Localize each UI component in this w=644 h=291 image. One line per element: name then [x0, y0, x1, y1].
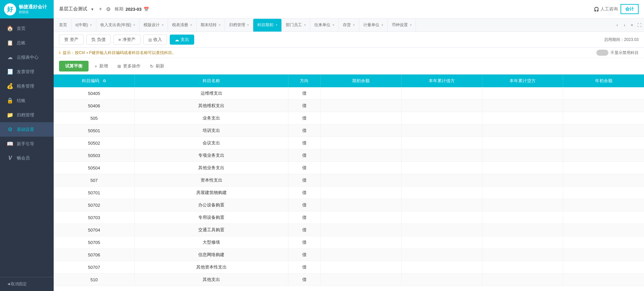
sidebar-item-report[interactable]: ☁ 云报表中心 [0, 50, 54, 64]
tab-unit[interactable]: 计量单位 × [359, 19, 388, 32]
tab-tax[interactable]: 税表清册 × [168, 19, 197, 32]
tab-subject-init-close[interactable]: × [275, 23, 277, 27]
table-row[interactable]: 50705 大型修缮 借 [54, 236, 644, 249]
table-row[interactable]: 50703 专用设备购置 借 [54, 211, 644, 224]
kuaiji-button[interactable]: 会计 [621, 4, 639, 14]
tab-currency[interactable]: 币种设置 × [388, 19, 416, 32]
tab-income-report[interactable]: 收入支出表(年报) × [96, 19, 140, 32]
dropdown-icon[interactable]: ▾ [91, 7, 94, 12]
tab-currency-close[interactable]: × [410, 23, 412, 27]
table-row[interactable]: 50501 培训支出 借 [54, 125, 644, 137]
cell-code: 50705 [54, 236, 135, 249]
net-asset-icon: ≡ [118, 37, 121, 42]
sidebar-item-tax[interactable]: 💰 税务管理 [0, 79, 54, 93]
main-area: 基层工会测试 ▾ + ⚙ 账期 2023-03 📅 🎧 人工咨询 会计 首页 ε… [54, 0, 644, 291]
period-label: 账期 [115, 6, 123, 12]
tab-period-end[interactable]: 期末结转 × [197, 19, 225, 32]
cell-name: 大型修缮 [135, 236, 288, 249]
cell-code: 507 [54, 174, 135, 187]
tab-subject-init[interactable]: 科目期初 × [253, 19, 282, 32]
toggle-disabled[interactable]: 不显示禁用科目 [596, 50, 639, 56]
refresh-button[interactable]: ↻ 刷新 [147, 61, 168, 71]
table-row[interactable]: 50702 办公设备购置 借 [54, 199, 644, 211]
cell-code: 50706 [54, 249, 135, 261]
tab-customers-close[interactable]: × [332, 23, 334, 27]
support-button[interactable]: 🎧 人工咨询 [594, 6, 618, 12]
tab-expand-btn[interactable]: ⛶ [636, 22, 643, 29]
cell-opening [321, 224, 401, 236]
tab-inventory-close[interactable]: × [353, 23, 355, 27]
cat-tab-net-asset[interactable]: ≡ 净资产 [113, 35, 141, 45]
table-row[interactable]: 50707 其他资本性支出 借 [54, 261, 644, 274]
add-project-icon[interactable]: + [99, 6, 102, 12]
tab-next-btn[interactable]: › [621, 22, 628, 29]
tab-home[interactable]: 首页 [55, 19, 71, 32]
header-code: 科目编码 ⚙ [54, 75, 135, 87]
cell-dir: 借 [288, 261, 320, 274]
tab-mid-close[interactable]: × [90, 23, 92, 27]
cat-tab-liability[interactable]: 负 负债 [86, 35, 111, 45]
tab-customers[interactable]: 往来单位 × [310, 19, 339, 32]
cat-tab-expense[interactable]: ☁ 支出 [170, 35, 194, 45]
tab-template[interactable]: 模版设计 × [140, 19, 168, 32]
tab-close-all-btn[interactable]: × [629, 22, 635, 29]
cell-code: 510 [54, 274, 135, 286]
header-dir: 方向 [288, 75, 320, 87]
tab-dept[interactable]: 部门员工 × [282, 19, 310, 32]
balance-button[interactable]: 试算平衡 [59, 61, 89, 71]
col-settings-icon[interactable]: ⚙ [103, 79, 106, 83]
table-row[interactable]: 50406 其他维权支出 借 [54, 100, 644, 112]
tab-income-report-close[interactable]: × [133, 23, 135, 27]
period-value: 2023-03 [125, 7, 142, 12]
add-button[interactable]: + 新增 [91, 61, 111, 71]
cell-dir: 借 [288, 187, 320, 199]
cell-name: 其他资本性支出 [135, 261, 288, 274]
cell-name: 房屋建筑物购建 [135, 187, 288, 199]
table-row[interactable]: 510 其他支出 借 [54, 274, 644, 286]
tab-inventory[interactable]: 存货 × [339, 19, 359, 32]
sidebar-collapse-btn[interactable]: ◄取消固定 [0, 277, 54, 291]
tab-template-close[interactable]: × [162, 23, 164, 27]
sidebar-item-archive[interactable]: 📁 归档管理 [0, 108, 54, 122]
sidebar-item-settings[interactable]: ⚙ 基础设置 [0, 122, 54, 137]
sidebar-item-guide[interactable]: 📖 新手引导 [0, 137, 54, 151]
tab-mid[interactable]: ε(中期) × [71, 19, 96, 32]
sidebar-item-ledger[interactable]: 📋 总账 [0, 36, 54, 50]
cat-tab-asset[interactable]: 资 资产 [59, 35, 84, 45]
toggle-track[interactable] [596, 50, 608, 56]
tab-period-end-close[interactable]: × [219, 23, 221, 27]
cell-opening [321, 274, 401, 286]
tab-archive-close[interactable]: × [247, 23, 249, 27]
sidebar-item-home[interactable]: 🏠 首页 [0, 21, 54, 36]
project-name: 基层工会测试 [59, 6, 87, 12]
cell-year-bal [563, 137, 644, 149]
cell-name: 其他维权支出 [135, 100, 288, 112]
table-row[interactable]: 50701 房屋建筑物购建 借 [54, 187, 644, 199]
table-row[interactable]: 50503 专项业务支出 借 [54, 149, 644, 162]
calendar-icon[interactable]: 📅 [144, 7, 149, 12]
table-row[interactable]: 50405 运维维支出 借 [54, 87, 644, 100]
more-button[interactable]: ⊞ 更多操作 [114, 61, 144, 71]
more-label: 更多操作 [123, 63, 141, 69]
table-row[interactable]: 505 业务支出 借 [54, 112, 644, 125]
tab-prev-btn[interactable]: ‹ [614, 22, 621, 29]
table-row[interactable]: 50504 其他业务支出 借 [54, 162, 644, 174]
cat-tab-income[interactable]: ◎ 收入 [143, 35, 167, 45]
table-row[interactable]: 50502 会议支出 借 [54, 137, 644, 149]
table-row[interactable]: 50706 信息网络购建 借 [54, 249, 644, 261]
table-row[interactable]: 50704 交通工具购置 借 [54, 224, 644, 236]
logo-area: 好 畅捷通好会计 旗舰版 [0, 0, 54, 18]
tab-archive[interactable]: 归档管理 × [225, 19, 254, 32]
tab-tax-close[interactable]: × [190, 23, 192, 27]
tab-dept-close[interactable]: × [304, 23, 306, 27]
member-icon: V [7, 155, 13, 161]
settings-gear-icon[interactable]: ⚙ [106, 6, 111, 12]
tab-unit-close[interactable]: × [381, 23, 383, 27]
cat-asset-label: 资产 [70, 37, 78, 43]
sidebar-item-close[interactable]: 🔒 结账 [0, 93, 54, 108]
sidebar-item-invoice[interactable]: 🧾 发票管理 [0, 64, 54, 79]
sidebar-item-member[interactable]: V 畅会员 [0, 151, 54, 165]
logo-text-area: 畅捷通好会计 旗舰版 [19, 4, 47, 14]
cell-opening [321, 125, 401, 137]
table-row[interactable]: 507 资本性支出 借 [54, 174, 644, 187]
